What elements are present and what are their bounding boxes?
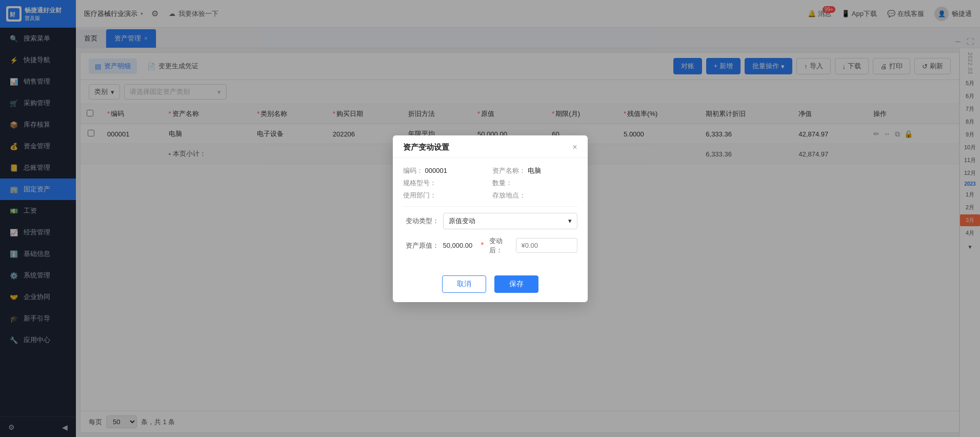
save-button[interactable]: 保存: [494, 275, 538, 293]
original-value-label: 资产原值：: [403, 241, 439, 250]
asset-change-modal: 资产变动设置 × 编码： 000001 资产名称： 电脑 规格型号： 数量：: [393, 135, 588, 302]
modal-footer: 取消 保存: [393, 270, 588, 302]
change-type-label: 变动类型：: [403, 216, 439, 226]
modal-close-icon[interactable]: ×: [572, 143, 577, 152]
modal-location-item: 存放地点：: [492, 191, 577, 200]
modal-dept-item: 使用部门：: [403, 191, 488, 200]
change-type-value: 原值变动: [449, 216, 475, 226]
modal-asset-name-label: 资产名称：: [492, 166, 526, 175]
chevron-down-icon: ▾: [568, 217, 572, 225]
modal-title: 资产变动设置: [403, 143, 449, 152]
original-value-display: 50,000.00: [443, 242, 473, 249]
after-change-label: 变动后：: [489, 236, 510, 255]
original-value-row: 资产原值： 50,000.00 * 变动后：: [403, 236, 577, 255]
modal-info-grid: 编码： 000001 资产名称： 电脑 规格型号： 数量： 使用部门：: [403, 166, 577, 207]
modal-header: 资产变动设置 ×: [393, 135, 588, 158]
modal-spec-label: 规格型号：: [403, 178, 436, 188]
change-type-select[interactable]: 原值变动 ▾: [443, 213, 577, 229]
modal-dept-label: 使用部门：: [403, 191, 436, 200]
modal-body: 编码： 000001 资产名称： 电脑 规格型号： 数量： 使用部门：: [393, 158, 588, 270]
modal-spec-item: 规格型号：: [403, 178, 488, 188]
after-change-input[interactable]: [516, 238, 577, 253]
modal-code-item: 编码： 000001: [403, 166, 488, 175]
required-star: *: [481, 241, 484, 250]
modal-quantity-label: 数量：: [492, 178, 512, 188]
modal-overlay: 资产变动设置 × 编码： 000001 资产名称： 电脑 规格型号： 数量：: [0, 0, 980, 437]
modal-code-value: 000001: [425, 167, 447, 174]
modal-location-label: 存放地点：: [492, 191, 526, 200]
modal-asset-name-value: 电脑: [528, 166, 541, 175]
modal-code-label: 编码：: [403, 166, 423, 175]
cancel-button[interactable]: 取消: [442, 275, 486, 293]
modal-name-item: 资产名称： 电脑: [492, 166, 577, 175]
modal-quantity-item: 数量：: [492, 178, 577, 188]
change-type-row: 变动类型： 原值变动 ▾: [403, 213, 577, 229]
